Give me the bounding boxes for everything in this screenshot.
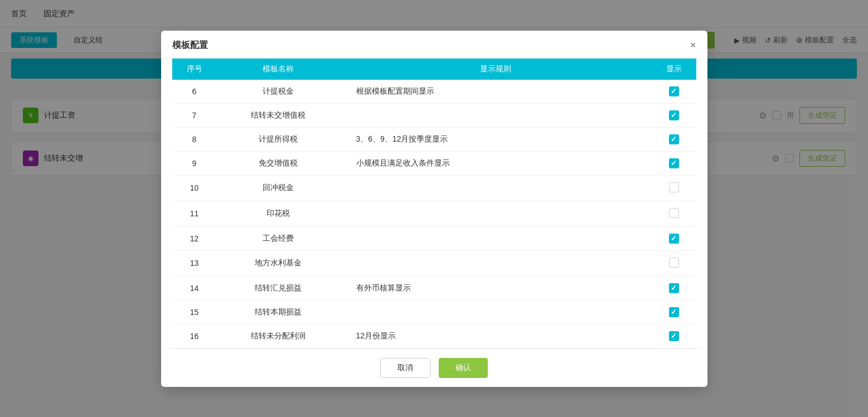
checkbox-icon[interactable] (669, 258, 679, 268)
cell-rule (340, 201, 652, 226)
checkbox-icon[interactable] (669, 283, 679, 293)
cell-name: 免交增值税 (217, 151, 340, 175)
cell-name: 结转未分配利润 (217, 324, 340, 348)
col-header-rule: 显示规则 (340, 59, 652, 80)
cell-name: 结转本期损益 (217, 300, 340, 324)
confirm-button[interactable]: 确认 (439, 358, 488, 378)
cell-rule: 3、6、9、12月按季度显示 (340, 127, 652, 151)
cell-name: 工会经费 (217, 226, 340, 250)
cell-checkbox[interactable] (652, 151, 696, 175)
cell-checkbox[interactable] (652, 300, 696, 324)
modal-header: 模板配置 × (161, 31, 707, 59)
table-row: 12工会经费 (172, 226, 696, 250)
cell-id: 6 (172, 80, 217, 104)
cell-checkbox[interactable] (652, 324, 696, 348)
checkbox-icon[interactable] (669, 208, 679, 218)
cell-id: 9 (172, 151, 217, 175)
table-row: 14结转汇兑损益有外币核算显示 (172, 276, 696, 300)
table-row: 8计提所得税3、6、9、12月按季度显示 (172, 127, 696, 151)
cell-rule (340, 300, 652, 324)
cell-checkbox[interactable] (652, 127, 696, 151)
col-header-id: 序号 (172, 59, 217, 80)
cell-checkbox[interactable] (652, 276, 696, 300)
modal-footer: 取消 确认 (161, 348, 707, 387)
cell-name: 印花税 (217, 201, 340, 226)
cell-rule: 12月份显示 (340, 324, 652, 348)
cell-checkbox[interactable] (652, 103, 696, 127)
table-row: 16结转未分配利润12月份显示 (172, 324, 696, 348)
cell-name: 计提所得税 (217, 127, 340, 151)
checkbox-icon[interactable] (669, 86, 679, 96)
cell-rule (340, 250, 652, 276)
cell-rule: 有外币核算显示 (340, 276, 652, 300)
cell-id: 10 (172, 175, 217, 201)
cell-checkbox[interactable] (652, 226, 696, 250)
cell-name: 回冲税金 (217, 175, 340, 201)
cell-rule (340, 175, 652, 201)
cell-id: 15 (172, 300, 217, 324)
cell-checkbox[interactable] (652, 250, 696, 276)
cell-name: 结转未交增值税 (217, 103, 340, 127)
checkbox-icon[interactable] (669, 182, 679, 192)
table-row: 13地方水利基金 (172, 250, 696, 276)
table-row: 11印花税 (172, 201, 696, 226)
checkbox-icon[interactable] (669, 234, 679, 244)
modal-title: 模板配置 (172, 40, 208, 51)
modal-overlay[interactable]: 模板配置 × 序号 模板名称 显示规则 显示 6计提税金根据模板配置期间显示7结… (0, 0, 868, 417)
table-header-row: 序号 模板名称 显示规则 显示 (172, 59, 696, 80)
cell-id: 13 (172, 250, 217, 276)
cell-rule: 小规模且满足收入条件显示 (340, 151, 652, 175)
cell-id: 14 (172, 276, 217, 300)
cell-checkbox[interactable] (652, 201, 696, 226)
cell-rule (340, 103, 652, 127)
checkbox-icon[interactable] (669, 331, 679, 341)
checkbox-icon[interactable] (669, 158, 679, 168)
cell-id: 8 (172, 127, 217, 151)
cell-checkbox[interactable] (652, 175, 696, 201)
cell-name: 计提税金 (217, 80, 340, 104)
checkbox-icon[interactable] (669, 134, 679, 144)
config-table: 序号 模板名称 显示规则 显示 6计提税金根据模板配置期间显示7结转未交增值税8… (172, 59, 696, 348)
table-row: 6计提税金根据模板配置期间显示 (172, 80, 696, 104)
modal-close-button[interactable]: × (690, 40, 696, 50)
cell-id: 16 (172, 324, 217, 348)
modal-body: 序号 模板名称 显示规则 显示 6计提税金根据模板配置期间显示7结转未交增值税8… (161, 59, 707, 348)
cell-id: 7 (172, 103, 217, 127)
modal-template-config: 模板配置 × 序号 模板名称 显示规则 显示 6计提税金根据模板配置期间显示7结… (161, 31, 707, 387)
cell-name: 地方水利基金 (217, 250, 340, 276)
cancel-button[interactable]: 取消 (380, 358, 430, 378)
cell-name: 结转汇兑损益 (217, 276, 340, 300)
col-header-name: 模板名称 (217, 59, 340, 80)
table-row: 7结转未交增值税 (172, 103, 696, 127)
cell-id: 12 (172, 226, 217, 250)
table-row: 15结转本期损益 (172, 300, 696, 324)
cell-rule (340, 226, 652, 250)
table-row: 10回冲税金 (172, 175, 696, 201)
checkbox-icon[interactable] (669, 307, 679, 317)
cell-id: 11 (172, 201, 217, 226)
cell-checkbox[interactable] (652, 80, 696, 104)
cell-rule: 根据模板配置期间显示 (340, 80, 652, 104)
col-header-show: 显示 (652, 59, 696, 80)
table-row: 9免交增值税小规模且满足收入条件显示 (172, 151, 696, 175)
checkbox-icon[interactable] (669, 110, 679, 120)
